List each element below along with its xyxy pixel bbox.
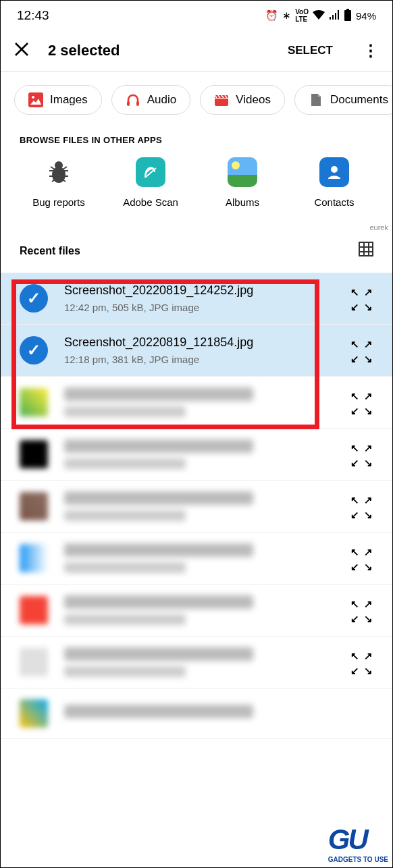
expand-icon[interactable]: ↖↗↙↘ [349,442,373,466]
file-meta [64,614,186,625]
svg-point-3 [32,96,34,99]
file-name [64,595,253,609]
svg-rect-0 [346,9,349,10]
file-thumbnail [20,699,48,728]
close-icon[interactable] [14,40,29,61]
check-icon[interactable]: ✓ [20,336,48,364]
file-info [64,387,333,417]
app-albums[interactable]: Albums [202,157,283,208]
alarm-icon: ⏰ [265,9,278,22]
select-button[interactable]: SELECT [288,44,344,57]
divider [1,71,392,72]
file-info [64,647,333,677]
expand-icon[interactable]: ↖↗↙↘ [349,338,373,362]
svg-rect-5 [136,101,139,106]
chip-audio[interactable]: Audio [111,85,190,115]
watermark-text: GADGETS TO USE [328,856,388,863]
file-info [64,595,333,625]
file-name [64,387,253,401]
file-row[interactable]: ↖↗↙↘ [1,636,392,688]
filter-chips: Images Audio Videos Documents [1,81,392,130]
file-thumbnail [20,388,48,416]
image-icon [28,92,43,107]
other-apps: Bug reports Adobe Scan Albums Contacts [1,157,392,221]
file-info [64,543,333,573]
contacts-icon [319,157,349,187]
svg-rect-7 [215,98,228,99]
file-row[interactable]: ↖↗↙↘ [1,533,392,585]
app-label: Albums [226,196,259,208]
eureka-partial: eurek [369,223,388,232]
file-thumbnail [20,544,48,572]
app-adobescan[interactable]: Adobe Scan [110,157,191,208]
browse-section-title: BROWSE FILES IN OTHER APPS [1,130,392,157]
app-contacts[interactable]: Contacts [294,157,375,208]
expand-icon[interactable]: ↖↗↙↘ [349,494,373,518]
file-name [64,439,253,453]
bug-icon [44,157,74,187]
file-row[interactable]: ✓ Screenshot_20220819_124252.jpg 12:42 p… [1,273,392,325]
file-meta: 12:42 pm, 505 kB, JPG image [64,302,333,313]
file-thumbnail [20,648,48,676]
expand-icon[interactable]: ↖↗↙↘ [349,546,373,570]
watermark-logo: GU [328,823,388,856]
more-icon[interactable]: ⋮ [363,41,379,60]
chip-label: Documents [330,93,388,107]
file-name [64,705,253,718]
file-info [64,439,333,469]
expand-icon[interactable]: ↖↗↙↘ [349,650,373,674]
svg-rect-4 [127,101,130,106]
svg-point-9 [55,161,63,169]
adobe-icon [136,157,165,187]
file-meta [64,510,186,521]
file-thumbnail [20,440,48,468]
recent-header: Recent files [1,221,392,273]
chip-videos[interactable]: Videos [200,85,285,115]
status-icons: ⏰ ∗ VoOLTE 94% [265,8,376,23]
headphones-icon [126,92,140,107]
file-name [64,543,253,557]
battery-percent: 94% [356,10,376,22]
file-meta [64,562,186,573]
file-row[interactable] [1,688,392,739]
file-row[interactable]: ↖↗↙↘ [1,585,392,636]
volte-icon: VoOLTE [295,8,309,23]
app-header: 2 selected SELECT ⋮ [1,30,392,71]
file-name [64,647,253,661]
app-bugreports[interactable]: Bug reports [18,157,99,208]
expand-icon[interactable]: ↖↗↙↘ [349,286,373,310]
svg-rect-2 [28,92,43,107]
status-bar: 12:43 ⏰ ∗ VoOLTE 94% [1,1,392,30]
svg-rect-1 [344,10,351,21]
file-row[interactable]: ↖↗↙↘ [1,429,392,481]
chip-documents[interactable]: Documents [294,85,392,115]
grid-view-icon[interactable] [359,242,373,261]
file-info: Screenshot_20220819_121854.jpg 12:18 pm,… [64,335,333,365]
signal-icon [329,10,340,22]
file-row[interactable]: ↖↗↙↘ [1,481,392,533]
chip-images[interactable]: Images [14,85,102,115]
recent-title: Recent files [20,245,80,257]
file-row[interactable]: ✓ Screenshot_20220819_121854.jpg 12:18 p… [1,325,392,377]
video-icon [214,92,229,107]
file-info [64,491,333,521]
file-meta [64,666,186,677]
file-meta [64,406,186,417]
document-icon [309,92,323,107]
file-row[interactable]: ↖↗↙↘ [1,377,392,429]
file-meta: 12:18 pm, 381 kB, JPG image [64,354,333,365]
app-label: Bug reports [32,196,85,208]
file-name: Screenshot_20220819_121854.jpg [64,335,333,350]
chip-label: Videos [236,93,271,107]
expand-icon[interactable]: ↖↗↙↘ [349,598,373,622]
chip-label: Images [50,93,88,107]
svg-rect-11 [359,242,373,256]
expand-icon[interactable]: ↖↗↙↘ [349,390,373,414]
battery-icon [344,9,352,23]
check-icon[interactable]: ✓ [20,284,48,313]
file-info [64,705,373,722]
svg-point-10 [331,166,338,173]
page-title: 2 selected [48,42,269,59]
file-name [64,491,253,505]
app-label: Contacts [314,196,354,208]
